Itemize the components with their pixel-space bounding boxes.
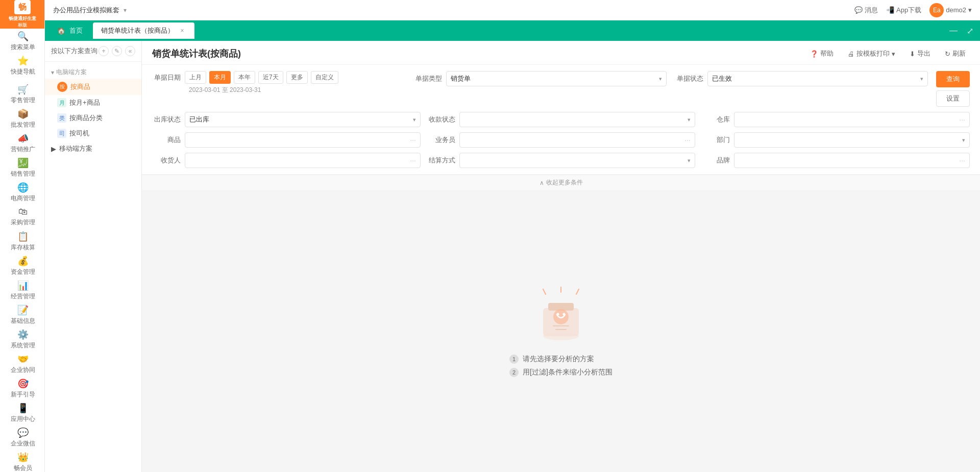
dept-select[interactable]: ▾: [734, 132, 970, 148]
refresh-icon: ↻: [945, 50, 950, 58]
sidebar-item-label: 库存核算: [11, 243, 35, 252]
date-last7-btn[interactable]: 近7天: [258, 71, 283, 84]
brand-input[interactable]: ···: [734, 153, 970, 168]
settlement-cell: 结算方式 ▾: [427, 153, 695, 168]
sidebar-item-label: 营销推广: [11, 145, 35, 154]
mobile-group[interactable]: ▶ 移动端方案: [45, 141, 141, 156]
date-last-month-btn[interactable]: 上月: [185, 71, 206, 84]
sidebar-item-newbie[interactable]: 🎯 新手引导: [0, 376, 45, 400]
print-button[interactable]: 🖨 按模板打印 ▾: [844, 47, 899, 60]
sidebar-item-basic[interactable]: 📝 基础信息: [0, 302, 45, 327]
tab-close-button[interactable]: ×: [178, 27, 186, 35]
sidebar-item-retail[interactable]: 🛒 零售管理: [0, 82, 45, 106]
sidebar-item-system[interactable]: ⚙️ 系统管理: [0, 327, 45, 351]
date-custom-btn[interactable]: 自定义: [311, 71, 338, 84]
message-button[interactable]: 💬 消息: [854, 6, 878, 15]
receipt-status-select[interactable]: ▾: [459, 112, 695, 127]
type-select[interactable]: 销货单 ▾: [446, 71, 667, 86]
query-button[interactable]: 查询: [936, 71, 970, 87]
date-filter-group: 上月 本月 本年 近7天 更多 自定义: [185, 71, 338, 84]
svg-point-4: [557, 313, 559, 316]
app-download-button[interactable]: 📲 App下载: [886, 6, 921, 15]
window-maximize-button[interactable]: ⤢: [964, 25, 976, 37]
tab-home[interactable]: 🏠 首页: [49, 22, 91, 39]
newbie-icon: 🎯: [17, 378, 29, 389]
sidebar-item-finance[interactable]: 💰 资金管理: [0, 253, 45, 278]
export-button[interactable]: ⬇ 导出: [905, 47, 935, 60]
sidebar-item-quick[interactable]: ⭐ 快捷导航: [0, 53, 45, 78]
scheme-by-category[interactable]: 类 按商品分类: [45, 110, 141, 126]
date-range-text: 2023-03-01 至 2023-03-31: [189, 86, 261, 93]
tip-number-1: 1: [509, 355, 519, 364]
date-this-year-btn[interactable]: 本年: [234, 71, 255, 84]
sidebar-item-search[interactable]: 🔍 搜索菜单: [0, 29, 45, 53]
date-more-btn[interactable]: 更多: [286, 71, 308, 84]
dropdown-arrow-icon[interactable]: ▾: [124, 7, 127, 14]
sidebar-item-member[interactable]: 👑 畅会员: [0, 450, 45, 472]
refresh-button[interactable]: ↻ 刷新: [941, 47, 970, 60]
out-status-dropdown-icon: ▾: [413, 116, 416, 123]
settings-button[interactable]: 设置: [936, 90, 970, 107]
collapse-text: ∧ 收起更多条件: [540, 178, 583, 187]
user-menu[interactable]: Ea demo2 ▾: [929, 3, 972, 17]
date-this-month-btn[interactable]: 本月: [209, 71, 231, 84]
export-label: 导出: [917, 49, 930, 58]
status-select[interactable]: 已生效 ▾: [707, 71, 928, 86]
sidebar-item-wechat[interactable]: 💬 企业微信: [0, 425, 45, 450]
sidebar-item-sales[interactable]: 💹 销售管理: [0, 155, 45, 180]
product-label: 商品: [152, 135, 181, 145]
filter-area: 单据日期 上月 本月 本年 近7天 更多 自定义 2023-03-0: [142, 65, 980, 175]
download-icon: 📲: [886, 6, 894, 14]
print-arrow-icon: ▾: [892, 50, 895, 58]
empty-tip-2: 2 用[过滤]条件来缩小分析范围: [509, 368, 612, 377]
operation-icon: 📊: [17, 280, 29, 291]
type-value: 销货单: [451, 74, 659, 83]
sidebar-item-label: 经营管理: [11, 292, 35, 301]
empty-tips: 1 请先选择要分析的方案 2 用[过滤]条件来缩小分析范围: [509, 355, 612, 377]
out-status-select[interactable]: 已出库 ▾: [185, 112, 421, 127]
tab-active[interactable]: 销货单统计表（按商品） ×: [93, 22, 194, 39]
wechat-icon: 💬: [17, 427, 29, 438]
tab-bar: 🏠 首页 销货单统计表（按商品） × — ⤢: [45, 20, 980, 41]
sidebar-item-label: 电商管理: [11, 194, 35, 203]
left-panel-actions: + ✎ «: [99, 46, 135, 56]
content-area: 按以下方案查询 + ✎ « ▾ 电脑端方案 按 按商品 月 按月: [45, 41, 980, 472]
sidebar-item-label: 企业协同: [11, 366, 35, 374]
avatar: Ea: [929, 3, 944, 17]
settlement-label: 结算方式: [427, 156, 455, 165]
brand-label: 品牌: [701, 156, 730, 165]
scheme-by-month-product[interactable]: 月 按月+商品: [45, 95, 141, 110]
scheme-by-client[interactable]: 司 按司机: [45, 126, 141, 141]
tip-text-1: 请先选择要分析的方案: [523, 355, 594, 364]
desktop-group-label: ▾ 电脑端方案: [45, 66, 141, 79]
tip-text-2: 用[过滤]条件来缩小分析范围: [523, 368, 612, 377]
left-panel-title: 按以下方案查询: [51, 46, 97, 56]
sidebar-item-purchase[interactable]: 🛍 采购管理: [0, 204, 45, 229]
warehouse-input[interactable]: ···: [734, 112, 970, 127]
receiver-input[interactable]: ···: [185, 153, 421, 168]
help-button[interactable]: ❓ 帮助: [806, 47, 838, 60]
sidebar-item-apps[interactable]: 📱 应用中心: [0, 400, 45, 425]
salesperson-input[interactable]: ···: [459, 132, 695, 148]
sidebar-item-wholesale[interactable]: 📦 批发管理: [0, 106, 45, 131]
add-scheme-button[interactable]: +: [99, 46, 109, 56]
apps-icon: 📱: [17, 403, 29, 414]
window-minimize-button[interactable]: —: [947, 25, 960, 37]
settlement-select[interactable]: ▾: [459, 153, 695, 168]
collapse-bar[interactable]: ∧ 收起更多条件: [142, 175, 980, 190]
sidebar-item-enterprise[interactable]: 🤝 企业协同: [0, 351, 45, 376]
product-input[interactable]: ···: [185, 132, 421, 148]
scheme-by-product[interactable]: 按 按商品: [45, 79, 141, 95]
scheme-by-category-label: 按商品分类: [69, 113, 103, 123]
sidebar-item-label: 批发管理: [11, 121, 35, 129]
main-area: 办公用品行业模拟账套 ▾ 💬 消息 📲 App下载 Ea demo2 ▾ 🏠 首…: [45, 0, 980, 472]
sidebar-item-ecommerce[interactable]: 🌐 电商管理: [0, 180, 45, 204]
sidebar-item-operation[interactable]: 📊 经营管理: [0, 278, 45, 302]
tab-home-label: 首页: [69, 26, 83, 35]
edit-scheme-button[interactable]: ✎: [112, 46, 122, 56]
collapse-panel-button[interactable]: «: [125, 46, 135, 56]
search-icon: 🔍: [17, 31, 29, 42]
sidebar-item-marketing[interactable]: 📣 营销推广: [0, 131, 45, 155]
empty-illustration: [530, 285, 592, 346]
sidebar-item-inventory[interactable]: 📋 库存核算: [0, 229, 45, 253]
